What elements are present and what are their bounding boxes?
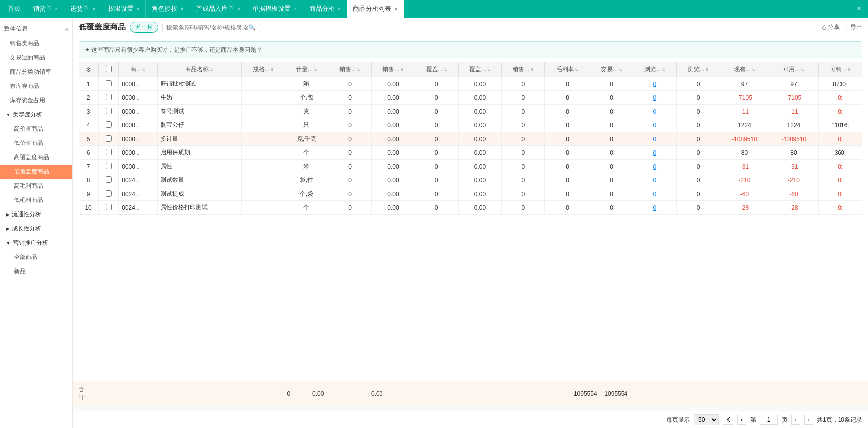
close-icon[interactable]: ×	[237, 6, 240, 12]
row-browse1[interactable]: 0	[633, 187, 677, 201]
row-browse1[interactable]: 0	[633, 132, 677, 146]
row-checkbox[interactable]	[99, 201, 119, 215]
share-button[interactable]: ⎙ 分享	[822, 23, 840, 31]
close-icon[interactable]: ×	[55, 6, 58, 12]
col-cover1[interactable]: 覆盖...⇅	[415, 62, 458, 77]
row-cover1: 0	[415, 118, 458, 132]
row-checkbox[interactable]	[99, 91, 119, 105]
first-page-btn[interactable]: K	[723, 415, 733, 425]
search-input[interactable]	[166, 24, 248, 31]
col-sales-amt[interactable]: 销售...⇅	[372, 62, 415, 77]
col-sales2[interactable]: 销售...⇅	[502, 62, 545, 77]
search-icon[interactable]: 🔍	[248, 24, 256, 31]
row-checkbox[interactable]	[99, 105, 119, 118]
col-code[interactable]: 商...⇅	[119, 62, 157, 77]
col-browse2[interactable]: 浏览...⇅	[677, 62, 720, 77]
last-page-btn[interactable]: ›	[804, 415, 813, 425]
data-table: ⚙ 商...⇅ 商品名称⇅ 规格...⇅ 计量...⇅ 销售...⇅ 销售...…	[79, 62, 862, 215]
row-sales-qty: 0	[328, 201, 371, 215]
nav-tab-template[interactable]: 单据模板设置 ×	[246, 0, 303, 18]
row-checkbox[interactable]	[99, 77, 119, 91]
row-checkbox[interactable]	[99, 173, 119, 187]
col-cover2[interactable]: 覆盖...⇅	[458, 62, 501, 77]
row-code: 0000...	[119, 146, 157, 160]
sidebar-item-all-goods[interactable]: 全部商品	[0, 250, 72, 264]
close-icon[interactable]: ×	[180, 6, 183, 12]
sidebar-section-marketing[interactable]: ▼ 营销推广分析	[0, 236, 72, 250]
per-page-select[interactable]: 50 10 20 100	[694, 414, 719, 425]
select-all-checkbox[interactable]	[106, 66, 112, 72]
row-browse1[interactable]: 0	[633, 201, 677, 215]
sidebar-item-sales-goods[interactable]: 销售类商品	[0, 36, 72, 51]
nav-tab-goods-analysis[interactable]: 商品分析 ×	[303, 0, 347, 18]
sidebar-item-traded-goods[interactable]: 交易过的商品	[0, 51, 72, 65]
row-checkbox[interactable]	[99, 160, 119, 173]
sidebar-item-low-value[interactable]: 低价值商品	[0, 136, 72, 150]
export-button[interactable]: ↑ 导出	[845, 23, 862, 31]
sidebar-item-stock-capital[interactable]: 库存资金占用	[0, 93, 72, 108]
horizontal-scrollbar[interactable]	[73, 406, 868, 411]
page-input[interactable]	[760, 415, 778, 425]
sidebar-section-group[interactable]: ▼ 类群度分析	[0, 108, 72, 122]
row-browse1[interactable]: 0	[633, 118, 677, 132]
nav-tab-sales[interactable]: 销货单 ×	[27, 0, 64, 18]
close-icon[interactable]: ×	[294, 6, 297, 12]
sidebar-item-low-profit[interactable]: 低毛利商品	[0, 193, 72, 207]
nav-tab-product-in[interactable]: 产成品入库单 ×	[190, 0, 246, 18]
row-spec	[242, 132, 285, 146]
row-browse1[interactable]: 0	[633, 77, 677, 91]
col-sales-qty[interactable]: 销售...⇅	[328, 62, 371, 77]
col-spec[interactable]: 规格...⇅	[242, 62, 285, 77]
nav-tab-home[interactable]: 首页	[2, 0, 27, 18]
sidebar-item-low-coverage[interactable]: 低覆盖度商品	[0, 165, 72, 179]
close-icon[interactable]: ×	[136, 6, 139, 12]
row-current: -11	[720, 105, 769, 118]
row-checkbox[interactable]	[99, 132, 119, 146]
nav-tab-role[interactable]: 角色授权 ×	[146, 0, 190, 18]
col-current[interactable]: 现有...⇅	[720, 62, 769, 77]
col-gross-rate[interactable]: 毛利率⇅	[545, 62, 590, 77]
col-unit[interactable]: 计量...⇅	[285, 62, 328, 77]
sidebar-item-high-profit[interactable]: 高毛利商品	[0, 179, 72, 193]
row-checkbox[interactable]	[99, 118, 119, 132]
col-settings[interactable]: ⚙	[79, 62, 99, 77]
row-browse1[interactable]: 0	[633, 91, 677, 105]
filter-recent-month-btn[interactable]: 近一月	[130, 22, 158, 33]
page-label: 第	[750, 416, 756, 424]
table-row: 10 0024... 属性价格打印测试 个 0 0.00 0 0.00 0 0 …	[79, 201, 862, 215]
row-browse1[interactable]: 0	[633, 160, 677, 173]
row-num: 7	[79, 160, 99, 173]
close-all-tabs[interactable]: ×	[852, 4, 866, 13]
row-browse2: 0	[677, 173, 720, 187]
nav-tab-purchase[interactable]: 进货单 ×	[64, 0, 102, 18]
close-icon[interactable]: ×	[394, 6, 397, 12]
next-page-btn[interactable]: ›	[791, 415, 800, 425]
nav-tab-goods-list[interactable]: 商品分析列表 ×	[347, 0, 404, 18]
sidebar-section-circulation[interactable]: ▶ 流通性分析	[0, 207, 72, 222]
col-saleable[interactable]: 可销...⇅	[818, 62, 862, 77]
sidebar-item-high-value[interactable]: 高价值商品	[0, 122, 72, 136]
close-icon[interactable]: ×	[92, 6, 95, 12]
close-icon[interactable]: ×	[338, 6, 341, 12]
col-trade[interactable]: 交易...⇅	[590, 62, 633, 77]
sidebar-item-high-coverage[interactable]: 高覆盖度商品	[0, 150, 72, 165]
sidebar-item-category-rate[interactable]: 商品分类动销率	[0, 65, 72, 79]
col-available[interactable]: 可用...⇅	[769, 62, 818, 77]
row-code: 0000...	[119, 91, 157, 105]
sidebar-section-growth[interactable]: ▶ 成长性分析	[0, 222, 72, 236]
row-browse1[interactable]: 0	[633, 105, 677, 118]
row-saleable: 0:	[818, 201, 862, 215]
sidebar-item-new-goods[interactable]: 新品	[0, 264, 72, 279]
row-browse1[interactable]: 0	[633, 173, 677, 187]
prev-page-btn[interactable]: ‹	[737, 415, 746, 425]
sidebar-item-stock-goods[interactable]: 有库存商品	[0, 79, 72, 93]
col-name[interactable]: 商品名称⇅	[157, 62, 242, 77]
footer-totals-bar: 合计: 0 0.00 0.00 -1095554 -1095554	[73, 381, 868, 406]
row-checkbox[interactable]	[99, 187, 119, 201]
row-checkbox[interactable]	[99, 146, 119, 160]
row-code: 0000...	[119, 160, 157, 173]
row-browse1[interactable]: 0	[633, 146, 677, 160]
nav-tab-perm[interactable]: 权限设置 ×	[102, 0, 146, 18]
col-browse1[interactable]: 浏览...⇅	[633, 62, 677, 77]
sidebar-collapse-btn[interactable]: «	[64, 25, 68, 33]
